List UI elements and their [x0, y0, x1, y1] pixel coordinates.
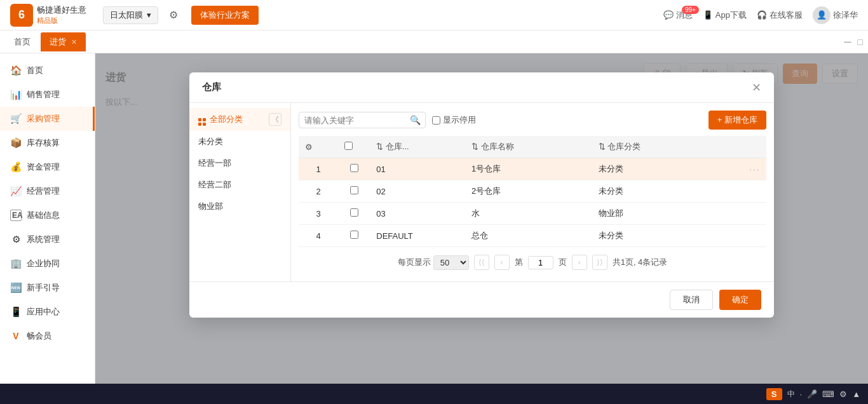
category-panel: 全部分类 《 未分类 经营一部 经营二部 物业部 — [189, 103, 291, 281]
tab-home[interactable]: 首页 — [5, 32, 39, 51]
sidebar-item-system[interactable]: ⚙ 系统管理 — [0, 227, 95, 252]
dialog-header: 仓库 ✕ — [189, 72, 774, 103]
settings-icon: ⚙ — [305, 142, 313, 152]
th-name[interactable]: ⇅ 仓库名称 — [465, 136, 592, 158]
modal-overlay: 仓库 ✕ 全部分类 《 — [95, 53, 868, 404]
inventory-icon: 📦 — [10, 137, 22, 149]
row-name-2: 2号仓库 — [465, 180, 592, 203]
sidebar-label-operations: 经营管理 — [27, 185, 60, 197]
page-prev-btn[interactable]: ‹ — [494, 255, 510, 270]
topbar-right: 💬 消息 99+ 📱 App下载 🎧 在线客服 👤 徐泽华 — [663, 6, 858, 24]
row-checkbox-3[interactable] — [350, 208, 358, 217]
window-maximize-icon[interactable]: □ — [858, 37, 863, 47]
row-name-4: 总仓 — [465, 225, 592, 247]
category-operations-1[interactable]: 经营一部 — [189, 152, 290, 174]
row-actions-2[interactable] — [719, 180, 766, 203]
sidebar-label-finance: 资金管理 — [27, 161, 60, 173]
gear-button[interactable]: ⚙ — [163, 5, 184, 25]
confirm-button[interactable]: 确定 — [719, 290, 761, 310]
row-check-3[interactable] — [338, 203, 370, 225]
sidebar-item-home[interactable]: 🏠 首页 — [0, 58, 95, 83]
sidebar-label-home: 首页 — [27, 65, 43, 76]
mobile-icon: 📱 — [703, 10, 713, 20]
th-gear: ⚙ — [299, 136, 338, 158]
status-arrow-icon: ▲ — [852, 389, 860, 399]
row-category-2: 未分类 — [592, 180, 719, 203]
app-download-btn[interactable]: 📱 App下载 — [703, 10, 747, 21]
sidebar-item-basic-info[interactable]: EA 基础信息 — [0, 203, 95, 227]
row-code-2: 02 — [370, 180, 465, 203]
company-name: 日太阳膜 — [110, 10, 143, 21]
row-checkbox-2[interactable] — [350, 186, 358, 194]
search-input-wrap[interactable]: 🔍 — [299, 112, 426, 128]
cancel-button[interactable]: 取消 — [670, 290, 713, 310]
category-operations-2-label: 经营二部 — [198, 179, 231, 191]
status-text-zh: 中 — [787, 389, 795, 400]
page-first-btn[interactable]: ⟨⟨ — [474, 255, 489, 270]
search-input[interactable] — [304, 116, 406, 125]
category-all[interactable]: 全部分类 《 — [189, 108, 290, 131]
th-category[interactable]: ⇅ 仓库分类 — [592, 136, 719, 158]
sidebar-item-purchase[interactable]: 🛒 采购管理 — [0, 107, 95, 131]
row-actions-1[interactable]: ··· — [719, 158, 766, 180]
sidebar-item-member[interactable]: V 畅会员 — [0, 324, 95, 348]
row-check-4[interactable] — [338, 225, 370, 247]
trial-btn[interactable]: 体验行业方案 — [191, 6, 259, 25]
sidebar-item-finance[interactable]: 💰 资金管理 — [0, 155, 95, 179]
category-property-label: 物业部 — [198, 201, 223, 212]
online-service-btn[interactable]: 🎧 在线客服 — [757, 10, 803, 21]
tab-purchase-label: 进货 — [50, 37, 66, 46]
sort-icon-category: ⇅ — [599, 142, 606, 151]
member-icon: V — [10, 331, 22, 341]
row-actions-3[interactable] — [719, 203, 766, 225]
row-more-icon-1[interactable]: ··· — [749, 165, 760, 174]
page-input[interactable] — [528, 256, 553, 269]
page-size-select[interactable]: 每页显示 50 100 200 — [398, 255, 469, 270]
category-all-label: 全部分类 — [210, 114, 243, 125]
table-row[interactable]: 4 DEFAULT 总仓 未分类 — [299, 225, 766, 247]
tab-purchase[interactable]: 进货 ✕ — [41, 32, 86, 51]
per-page-dropdown[interactable]: 50 100 200 — [433, 255, 469, 270]
sidebar-item-guide[interactable]: 🆕 新手引导 — [0, 276, 95, 300]
row-actions-4[interactable] — [719, 225, 766, 247]
status-mic-icon: 🎤 — [807, 389, 817, 399]
row-check-1[interactable] — [338, 158, 370, 180]
show-disabled-label[interactable]: 显示停用 — [432, 114, 476, 126]
category-unclassified[interactable]: 未分类 — [189, 131, 290, 152]
sales-icon: 📊 — [10, 89, 22, 100]
message-btn[interactable]: 💬 消息 99+ — [663, 10, 693, 21]
page-next-btn[interactable]: › — [572, 255, 587, 270]
add-warehouse-btn[interactable]: + 新增仓库 — [709, 111, 766, 130]
page-last-btn[interactable]: ⟩⟩ — [592, 255, 607, 270]
sidebar-item-sales[interactable]: 📊 销售管理 — [0, 83, 95, 107]
row-checkbox-1[interactable] — [350, 164, 358, 172]
table-row[interactable]: 3 03 水 物业部 — [299, 203, 766, 225]
th-code[interactable]: ⇅ 仓库... — [370, 136, 465, 158]
row-checkbox-4[interactable] — [350, 231, 358, 239]
select-all-checkbox[interactable] — [344, 142, 353, 150]
user-menu[interactable]: 👤 徐泽华 — [813, 6, 858, 24]
basic-info-icon: EA — [10, 210, 22, 221]
show-disabled-checkbox[interactable] — [432, 116, 440, 125]
search-icon[interactable]: 🔍 — [410, 115, 421, 125]
sidebar-item-enterprise[interactable]: 🏢 企业协同 — [0, 252, 95, 276]
row-gear-1: 1 — [299, 158, 338, 180]
page-label: 页 — [559, 257, 567, 268]
sidebar-item-operations[interactable]: 📈 经营管理 — [0, 179, 95, 203]
username: 徐泽华 — [833, 10, 858, 21]
collapse-btn[interactable]: 《 — [269, 113, 281, 126]
table-panel: 🔍 显示停用 + 新增仓库 — [291, 103, 774, 281]
table-row[interactable]: 2 02 2号仓库 未分类 — [299, 180, 766, 203]
table-row[interactable]: 1 01 1号仓库 未分类 ··· — [299, 158, 766, 180]
sidebar-item-app-center[interactable]: 📱 应用中心 — [0, 300, 95, 324]
row-check-2[interactable] — [338, 180, 370, 203]
company-selector[interactable]: 日太阳膜 ▾ — [103, 6, 158, 24]
tab-close-icon[interactable]: ✕ — [71, 38, 77, 46]
dialog-close-button[interactable]: ✕ — [752, 82, 761, 93]
sidebar-item-inventory[interactable]: 📦 库存核算 — [0, 131, 95, 155]
sort-icon-name: ⇅ — [471, 142, 478, 151]
window-minimize-icon[interactable]: ─ — [844, 36, 851, 48]
dialog-title: 仓库 — [202, 81, 221, 93]
category-operations-2[interactable]: 经营二部 — [189, 174, 290, 196]
category-property[interactable]: 物业部 — [189, 196, 290, 217]
